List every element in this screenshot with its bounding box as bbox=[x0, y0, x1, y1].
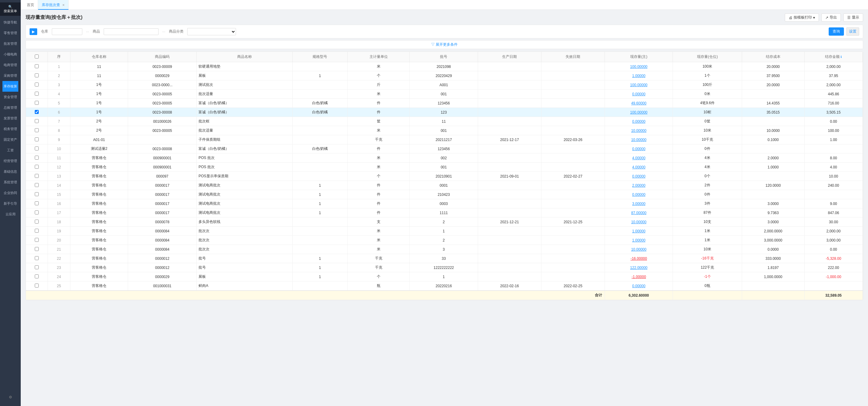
row-checkbox[interactable] bbox=[26, 281, 48, 291]
sidebar-item-18[interactable]: 云应用 bbox=[2, 209, 18, 219]
row-qty-main[interactable]: 10.00000 bbox=[605, 135, 673, 144]
tab-home[interactable]: 首页 bbox=[23, 0, 38, 10]
sidebar-item-0[interactable]: 快捷导航 bbox=[2, 17, 18, 28]
row-checkbox[interactable] bbox=[26, 108, 48, 117]
row-qty-main[interactable]: 1.00000 bbox=[605, 71, 673, 80]
row-qty-main[interactable]: 10.00000 bbox=[605, 217, 673, 227]
sidebar-item-7[interactable]: 资金管理 bbox=[2, 92, 18, 102]
row-qty-main[interactable]: 0.00000 bbox=[605, 144, 673, 154]
row-qty-main[interactable]: 87.00000 bbox=[605, 208, 673, 217]
row-checkbox[interactable] bbox=[26, 163, 48, 172]
row-checkbox[interactable] bbox=[26, 117, 48, 126]
row-checkbox[interactable] bbox=[26, 80, 48, 90]
row-qty-main[interactable]: 49.60000 bbox=[605, 99, 673, 108]
sidebar-item-5[interactable]: 采购管理 bbox=[2, 70, 18, 81]
row-checkbox[interactable] bbox=[26, 245, 48, 254]
sidebar-item-15[interactable]: 系统管理 bbox=[2, 177, 18, 188]
row-qty-main[interactable]: 4.00000 bbox=[605, 163, 673, 172]
sidebar-item-8[interactable]: 总账管理 bbox=[2, 102, 18, 113]
row-select-checkbox[interactable] bbox=[35, 73, 39, 77]
row-select-checkbox[interactable] bbox=[35, 110, 39, 114]
row-select-checkbox[interactable] bbox=[35, 210, 39, 214]
display-button[interactable]: ☰ 显示 bbox=[843, 13, 863, 22]
sidebar-item-6[interactable]: 库存核算 bbox=[2, 81, 18, 92]
row-checkbox[interactable] bbox=[26, 135, 48, 144]
row-checkbox[interactable] bbox=[26, 272, 48, 281]
print-button[interactable]: 🖨 按模板打印 ▾ bbox=[785, 13, 819, 22]
row-select-checkbox[interactable] bbox=[35, 137, 39, 141]
goods-input[interactable] bbox=[104, 28, 159, 35]
sidebar-item-14[interactable]: 基础信息 bbox=[2, 166, 18, 177]
row-select-checkbox[interactable] bbox=[35, 146, 39, 150]
row-select-checkbox[interactable] bbox=[35, 174, 39, 178]
row-qty-main[interactable]: -1.00000 bbox=[605, 272, 673, 281]
row-checkbox[interactable] bbox=[26, 190, 48, 199]
row-qty-main[interactable]: 0.00000 bbox=[605, 190, 673, 199]
row-select-checkbox[interactable] bbox=[35, 101, 39, 105]
search-button[interactable]: 查询 bbox=[829, 27, 844, 36]
sidebar-item-9[interactable]: 发票管理 bbox=[2, 113, 18, 124]
row-checkbox[interactable] bbox=[26, 90, 48, 99]
category-select[interactable] bbox=[187, 28, 236, 35]
row-checkbox[interactable] bbox=[26, 126, 48, 135]
row-qty-main[interactable]: 1.00000 bbox=[605, 236, 673, 245]
row-select-checkbox[interactable] bbox=[35, 256, 39, 260]
row-select-checkbox[interactable] bbox=[35, 119, 39, 123]
row-qty-main[interactable]: 10.00000 bbox=[605, 126, 673, 135]
row-checkbox[interactable] bbox=[26, 71, 48, 80]
sidebar-item-1[interactable]: 零售管理 bbox=[2, 28, 18, 38]
row-select-checkbox[interactable] bbox=[35, 64, 39, 68]
row-checkbox[interactable] bbox=[26, 99, 48, 108]
sidebar-item-12[interactable]: 工资 bbox=[2, 145, 18, 156]
row-checkbox[interactable] bbox=[26, 154, 48, 163]
row-qty-main[interactable]: 0.00000 bbox=[605, 117, 673, 126]
row-select-checkbox[interactable] bbox=[35, 219, 39, 224]
row-qty-main[interactable]: 10.00000 bbox=[605, 245, 673, 254]
row-checkbox[interactable] bbox=[26, 236, 48, 245]
row-checkbox[interactable] bbox=[26, 254, 48, 263]
sidebar-item-10[interactable]: 税务管理 bbox=[2, 124, 18, 134]
row-select-checkbox[interactable] bbox=[35, 238, 39, 242]
row-checkbox[interactable] bbox=[26, 208, 48, 217]
row-select-checkbox[interactable] bbox=[35, 201, 39, 205]
sidebar-item-11[interactable]: 固定资产 bbox=[2, 134, 18, 145]
row-qty-main[interactable]: 4.00000 bbox=[605, 154, 673, 163]
settings-button[interactable]: 设置 bbox=[846, 27, 859, 36]
row-checkbox[interactable] bbox=[26, 227, 48, 236]
row-checkbox[interactable] bbox=[26, 144, 48, 154]
select-all-checkbox[interactable] bbox=[35, 55, 39, 59]
info-icon[interactable]: ℹ bbox=[841, 55, 842, 59]
row-select-checkbox[interactable] bbox=[35, 247, 39, 251]
row-qty-main[interactable]: 0.00000 bbox=[605, 281, 673, 291]
row-select-checkbox[interactable] bbox=[35, 192, 39, 196]
sidebar-item-16[interactable]: 企业协同 bbox=[2, 188, 18, 198]
row-select-checkbox[interactable] bbox=[35, 82, 39, 87]
row-checkbox[interactable] bbox=[26, 172, 48, 181]
row-select-checkbox[interactable] bbox=[35, 265, 39, 269]
row-select-checkbox[interactable] bbox=[35, 128, 39, 132]
tab-inventory-batch[interactable]: 库存批次查 ✕ bbox=[38, 0, 69, 10]
row-checkbox[interactable] bbox=[26, 199, 48, 208]
row-qty-main[interactable]: 2.00000 bbox=[605, 181, 673, 190]
export-button[interactable]: ↗ 导出 bbox=[822, 13, 841, 22]
row-qty-main[interactable]: 100.00000 bbox=[605, 80, 673, 90]
row-select-checkbox[interactable] bbox=[35, 92, 39, 96]
row-qty-main[interactable]: -16.00000 bbox=[605, 254, 673, 263]
row-checkbox[interactable] bbox=[26, 181, 48, 190]
row-qty-main[interactable]: 100.00000 bbox=[605, 62, 673, 71]
row-select-checkbox[interactable] bbox=[35, 229, 39, 233]
expand-filter-button[interactable]: ▶ bbox=[30, 28, 37, 35]
row-select-checkbox[interactable] bbox=[35, 165, 39, 169]
row-select-checkbox[interactable] bbox=[35, 183, 39, 187]
row-qty-main[interactable]: 1.00000 bbox=[605, 227, 673, 236]
sidebar-item-3[interactable]: 小额电商 bbox=[2, 49, 18, 60]
row-qty-main[interactable]: 0.00000 bbox=[605, 172, 673, 181]
sidebar-search[interactable]: 🔍 搜索菜单 bbox=[0, 2, 21, 16]
sidebar-item-4[interactable]: 电商管理 bbox=[2, 60, 18, 70]
sidebar-item-17[interactable]: 新手引导 bbox=[2, 198, 18, 209]
row-checkbox[interactable] bbox=[26, 62, 48, 71]
row-select-checkbox[interactable] bbox=[35, 283, 39, 287]
settings-icon[interactable]: ⚙ bbox=[8, 392, 13, 402]
row-qty-main[interactable]: 122.00000 bbox=[605, 263, 673, 272]
row-qty-main[interactable]: 100.00000 bbox=[605, 108, 673, 117]
